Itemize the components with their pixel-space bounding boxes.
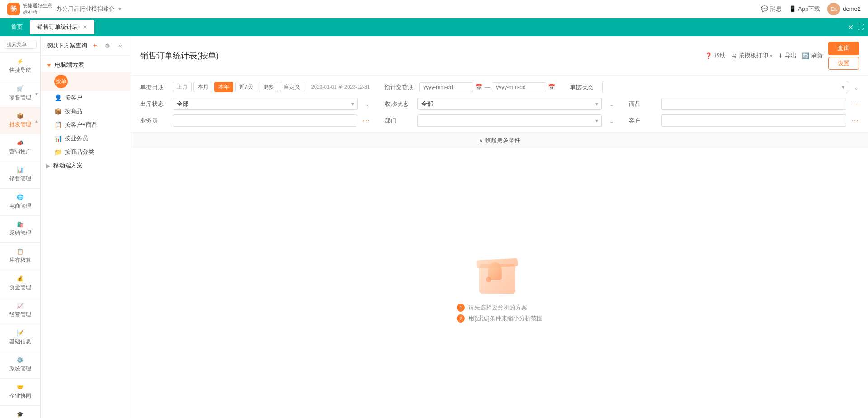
newbie-icon: 🎓	[17, 411, 24, 418]
ecommerce-icon: 🌐	[17, 194, 24, 200]
page-header-actions: ❓ 帮助 🖨 按模板打印 ▾ ⬇ 导出 🔄 刷新 查询	[705, 42, 859, 70]
app-download-button[interactable]: 📱 App下载	[789, 5, 820, 13]
template-print-button[interactable]: 🖨 按模板打印 ▾	[731, 52, 773, 60]
avatar: Ea	[827, 3, 840, 15]
tree-child-by-category[interactable]: 📁 按商品分类	[41, 145, 131, 159]
logo-text: 畅捷通好生意 标准版	[23, 2, 52, 15]
date-btn-this-year[interactable]: 本年	[214, 82, 233, 92]
tree-child-by-salesperson[interactable]: 📊 按业务员	[41, 132, 131, 145]
filter-area: 单据日期 上月 本月 本年 近7天 更多 自定义 2023-01-01 至 20…	[131, 76, 868, 133]
sidebar-item-sales[interactable]: 📊 销售管理	[0, 162, 40, 189]
left-panel-actions: + ⚙ «	[90, 41, 125, 51]
status-expand-icon[interactable]: ⌄	[854, 84, 859, 91]
tab-close-icon[interactable]: ✕	[83, 24, 87, 30]
date-btn-7days[interactable]: 近7天	[235, 82, 257, 92]
selected-badge: 按单	[54, 75, 68, 88]
sidebar-item-system[interactable]: ⚙️ 系统管理	[0, 352, 40, 379]
date-quick-group: 上月 本月 本年 近7天 更多 自定义	[173, 82, 304, 92]
collapse-panel-button[interactable]: «	[115, 41, 125, 51]
purchase-icon: 🛍️	[17, 221, 24, 228]
user-area[interactable]: Ea demo2	[827, 3, 861, 15]
salesperson-input[interactable]	[173, 114, 357, 127]
tab-sales-stats[interactable]: 销售订单统计表 ✕	[30, 20, 94, 34]
marketing-icon: 📣	[17, 140, 24, 146]
date-btn-this-month[interactable]: 本月	[193, 82, 212, 92]
logo-area: 畅 畅捷通好生意 标准版	[7, 2, 52, 15]
tab-close-window-icon[interactable]: ✕	[848, 23, 854, 32]
customer-dots-icon[interactable]: ···	[852, 117, 859, 125]
customer-input[interactable]	[661, 114, 846, 127]
payment-status-label: 收款状态	[385, 100, 412, 108]
sidebar-item-search-menu[interactable]	[0, 36, 40, 53]
box-head	[486, 277, 491, 282]
collapse-bar[interactable]: ∧ 收起更多条件	[131, 133, 868, 148]
collapse-up-icon: ∧	[479, 137, 483, 144]
department-select[interactable]	[417, 114, 602, 127]
filter-row-2: 出库状态 全部 ⌄ 收款状态 全部 ⌄ 商品 ··	[140, 98, 859, 110]
search-menu-input[interactable]	[4, 40, 37, 49]
add-scheme-button[interactable]: +	[90, 41, 100, 51]
basicinfo-icon: 📝	[17, 330, 24, 336]
calendar-to-icon[interactable]: 📅	[548, 84, 555, 90]
main-action-buttons: 查询 设置	[828, 42, 859, 70]
sidebar-item-enterprise[interactable]: 🤝 企业协同	[0, 379, 40, 406]
expected-date-to-input[interactable]	[492, 82, 546, 92]
tab-bar: 首页 销售订单统计表 ✕ ✕ ⛶	[0, 18, 868, 36]
tree-child-by-order[interactable]: 按单	[41, 72, 131, 91]
tab-bar-actions: ✕ ⛶	[848, 23, 864, 32]
help-button[interactable]: ❓ 帮助	[705, 52, 726, 60]
product-dots-icon[interactable]: ···	[852, 100, 859, 108]
tree-child-by-product[interactable]: 📦 按商品	[41, 104, 131, 118]
scheme-settings-button[interactable]: ⚙	[103, 41, 113, 51]
sidebar-item-finance[interactable]: 💰 资金管理	[0, 270, 40, 297]
sidebar-item-purchase[interactable]: 🛍️ 采购管理	[0, 216, 40, 243]
sidebar-item-wholesale[interactable]: 📦 批发管理 ▴	[0, 107, 40, 134]
tab-maximize-icon[interactable]: ⛶	[857, 23, 864, 32]
sidebar-item-marketing[interactable]: 📣 营销推广	[0, 134, 40, 162]
wholesale-icon: 📦	[17, 113, 24, 119]
print-arrow-icon: ▾	[770, 53, 773, 59]
product-input[interactable]	[661, 98, 846, 110]
tab-home[interactable]: 首页	[4, 20, 30, 34]
delivery-expand-icon[interactable]: ⌄	[365, 100, 370, 108]
salesperson-label: 业务员	[140, 117, 167, 125]
tree-parent-desktop[interactable]: ▼ 电脑端方案	[41, 58, 131, 72]
delivery-status-select[interactable]: 全部	[173, 98, 358, 110]
salesperson-dots-icon[interactable]: ···	[363, 117, 370, 125]
sidebar-item-operations[interactable]: 📈 经营管理	[0, 297, 40, 324]
sidebar-item-shortcut[interactable]: ⚡ 快捷导航	[0, 53, 40, 80]
sidebar-item-inventory[interactable]: 📋 库存核算	[0, 243, 40, 270]
query-button[interactable]: 查询	[828, 42, 859, 55]
payment-status-select[interactable]: 全部	[417, 98, 602, 110]
date-separator: —	[484, 84, 490, 90]
date-btn-last-month[interactable]: 上月	[173, 82, 192, 92]
tree-child-by-customer[interactable]: 👤 按客户	[41, 91, 131, 104]
date-btn-custom[interactable]: 自定义	[280, 82, 304, 92]
message-button[interactable]: 💬 消息	[761, 5, 782, 13]
export-icon: ⬇	[778, 52, 783, 59]
expected-date-from-input[interactable]	[419, 82, 473, 92]
by-cp-icon: 📋	[54, 121, 62, 128]
content-area: 销售订单统计表(按单) ❓ 帮助 🖨 按模板打印 ▾ ⬇ 导出 🔄 刷新	[131, 36, 868, 418]
sidebar-item-retail[interactable]: 🛒 零售管理 ▾	[0, 80, 40, 107]
refresh-icon: 🔄	[802, 52, 809, 59]
tree-child-by-customer-product[interactable]: 📋 按客户+商品	[41, 118, 131, 132]
settings-button[interactable]: 设置	[828, 57, 859, 70]
top-bar: 畅 畅捷通好生意 标准版 办公用品行业模拟账套 ▾ 💬 消息 📱 App下载 E…	[0, 0, 868, 18]
status-select[interactable]: 全部 未审核 已审核 作废	[602, 81, 848, 93]
calendar-from-icon[interactable]: 📅	[475, 84, 482, 90]
breadcrumb-title: 办公用品行业模拟账套	[56, 5, 115, 13]
payment-expand-icon[interactable]: ⌄	[609, 100, 614, 108]
department-expand-icon[interactable]: ⌄	[609, 117, 614, 124]
refresh-button[interactable]: 🔄 刷新	[802, 52, 823, 60]
sidebar-item-ecommerce[interactable]: 🌐 电商管理	[0, 189, 40, 216]
customer-input-wrapper	[661, 114, 846, 127]
sidebar-item-basicinfo[interactable]: 📝 基础信息	[0, 324, 40, 352]
retail-arrow-icon: ▾	[35, 91, 38, 96]
tree-parent-mobile[interactable]: ▶ 移动端方案	[41, 159, 131, 172]
export-button[interactable]: ⬇ 导出	[778, 52, 797, 60]
date-btn-more[interactable]: 更多	[259, 82, 278, 92]
top-bar-right: 💬 消息 📱 App下载 Ea demo2	[761, 3, 861, 15]
print-icon: 🖨	[731, 52, 737, 59]
sidebar-item-newbie[interactable]: 🎓 新手引导	[0, 406, 40, 418]
